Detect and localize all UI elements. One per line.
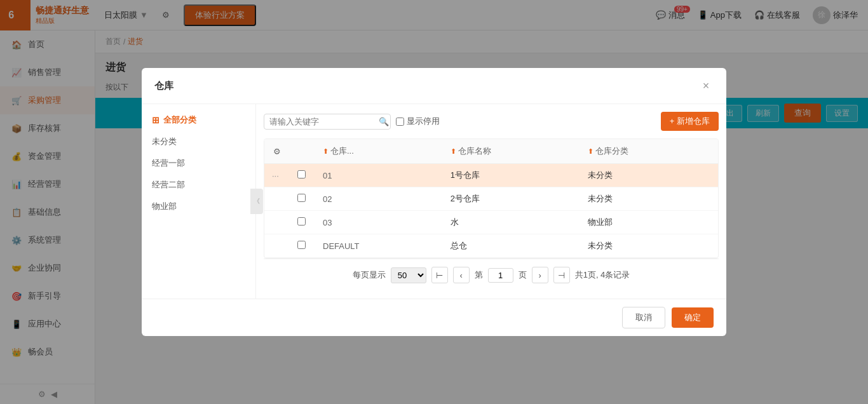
row-name-3: 水 <box>443 211 581 234</box>
modal-toolbar: 🔍 显示停用 + 新增仓库 <box>264 112 719 131</box>
category-none-label: 未分类 <box>152 136 177 147</box>
show-disabled-label: 显示停用 <box>396 116 440 127</box>
modal-body: ⊞ 全部分类 未分类 经营一部 经营二部 物业部 《 <box>142 104 726 299</box>
table-row[interactable]: DEFAULT 总仓 未分类 <box>264 234 718 258</box>
row-cat-3: 物业部 <box>580 211 718 234</box>
total-info: 共1页, 4条记录 <box>575 269 630 281</box>
warehouse-table-wrapper: ⚙ ⬆仓库... ⬆仓库名称 ⬆仓库分类 ··· 01 <box>264 138 719 259</box>
category-op2-label: 经营二部 <box>152 179 185 191</box>
row-cat-1: 未分类 <box>580 164 718 187</box>
prev-page-button[interactable]: ‹ <box>453 267 470 283</box>
show-disabled-checkbox[interactable] <box>396 118 404 126</box>
search-input[interactable] <box>269 117 376 126</box>
th-code: ⬆仓库... <box>315 139 443 164</box>
row-dots[interactable]: ··· <box>272 171 279 180</box>
category-property-label: 物业部 <box>152 201 177 212</box>
row-action <box>264 234 290 258</box>
category-all-label: 全部分类 <box>163 114 196 126</box>
row-name-2: 2号仓库 <box>443 187 581 211</box>
modal-main-area: 🔍 显示停用 + 新增仓库 ⚙ <box>256 104 726 299</box>
show-disabled-text: 显示停用 <box>407 116 440 127</box>
new-warehouse-button[interactable]: + 新增仓库 <box>661 112 719 131</box>
page-unit: 页 <box>519 269 527 281</box>
category-op2[interactable]: 经营二部 <box>142 174 255 196</box>
modal-title: 仓库 <box>154 80 173 92</box>
row-cat-2: 未分类 <box>580 187 718 211</box>
category-op1[interactable]: 经营一部 <box>142 152 255 174</box>
row-num-3: 03 <box>315 211 443 234</box>
row-action <box>264 187 290 211</box>
row-name-4: 总仓 <box>443 234 581 258</box>
modal-category-sidebar: ⊞ 全部分类 未分类 经营一部 经营二部 物业部 《 <box>142 104 256 299</box>
th-check <box>290 139 315 164</box>
row-action: ··· <box>264 164 290 187</box>
search-box: 🔍 <box>264 114 391 130</box>
modal-footer: 取消 确定 <box>142 299 726 336</box>
next-page-button[interactable]: › <box>532 267 548 283</box>
warehouse-table: ⚙ ⬆仓库... ⬆仓库名称 ⬆仓库分类 ··· 01 <box>264 139 718 258</box>
category-none[interactable]: 未分类 <box>142 131 255 152</box>
row-num-4: DEFAULT <box>315 234 443 258</box>
page-number-input[interactable] <box>488 268 513 283</box>
modal-close-button[interactable]: × <box>698 78 714 93</box>
category-op1-label: 经营一部 <box>152 158 185 169</box>
row-checkbox-2[interactable] <box>297 194 306 202</box>
row-check-cell <box>290 234 315 258</box>
warehouse-modal: 仓库 × ⊞ 全部分类 未分类 经营一部 经营二部 <box>142 68 726 336</box>
th-category: ⬆仓库分类 <box>580 139 718 164</box>
table-header-row: ⚙ ⬆仓库... ⬆仓库名称 ⬆仓库分类 <box>264 139 718 164</box>
sort-code-icon: ⬆ <box>323 147 329 155</box>
row-num-2: 02 <box>315 187 443 211</box>
row-checkbox-3[interactable] <box>297 217 306 226</box>
modal-overlay: 仓库 × ⊞ 全部分类 未分类 经营一部 经营二部 <box>0 0 868 404</box>
page-label: 第 <box>475 269 483 281</box>
row-check-cell <box>290 187 315 211</box>
th-gear: ⚙ <box>264 139 290 164</box>
category-grid-icon: ⊞ <box>152 115 159 125</box>
table-row[interactable]: 03 水 物业部 <box>264 211 718 234</box>
row-action <box>264 211 290 234</box>
per-page-select[interactable]: 50 10 20 100 <box>391 267 426 283</box>
search-icon[interactable]: 🔍 <box>379 117 389 126</box>
collapse-icon: 《 <box>254 197 260 206</box>
th-name: ⬆仓库名称 <box>443 139 581 164</box>
sort-cat-icon: ⬆ <box>588 147 593 155</box>
table-row[interactable]: 02 2号仓库 未分类 <box>264 187 718 211</box>
category-property[interactable]: 物业部 <box>142 196 255 217</box>
sidebar-collapse-button[interactable]: 《 <box>250 189 263 214</box>
first-page-button[interactable]: ⊢ <box>431 267 448 283</box>
row-checkbox-4[interactable] <box>297 241 306 249</box>
category-all[interactable]: ⊞ 全部分类 <box>142 109 255 131</box>
table-row[interactable]: ··· 01 1号仓库 未分类 <box>264 164 718 187</box>
row-check-cell <box>290 211 315 234</box>
last-page-button[interactable]: ⊣ <box>553 267 570 283</box>
cancel-button[interactable]: 取消 <box>622 307 665 328</box>
confirm-button[interactable]: 确定 <box>672 307 714 328</box>
row-check-cell <box>290 164 315 187</box>
row-checkbox-1[interactable] <box>297 170 306 178</box>
pagination: 每页显示 50 10 20 100 ⊢ ‹ 第 页 › ⊣ 共1页, 4条记录 <box>264 259 719 291</box>
sort-name-icon: ⬆ <box>451 147 456 155</box>
row-num-1: 01 <box>315 164 443 187</box>
modal-header: 仓库 × <box>142 68 726 104</box>
row-cat-4: 未分类 <box>580 234 718 258</box>
row-name-1: 1号仓库 <box>443 164 581 187</box>
per-page-label: 每页显示 <box>353 269 386 281</box>
